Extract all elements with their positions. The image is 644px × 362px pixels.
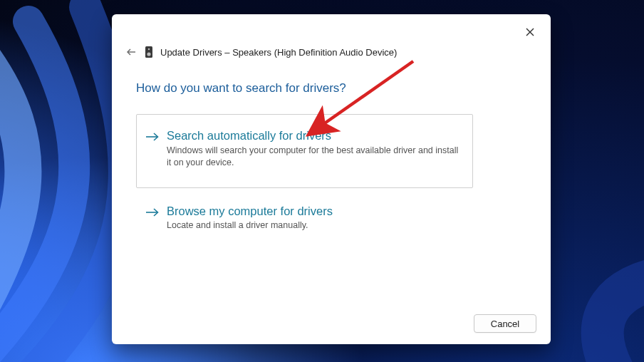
back-button[interactable]: [125, 46, 137, 58]
speaker-device-icon: [145, 46, 153, 58]
svg-point-5: [147, 52, 150, 56]
option-search-automatically[interactable]: Search automatically for drivers Windows…: [136, 114, 473, 188]
option-title: Browse my computer for drivers: [167, 205, 462, 219]
close-button[interactable]: [522, 24, 538, 40]
option-description: Locate and install a driver manually.: [167, 219, 462, 232]
options-list: Search automatically for drivers Windows…: [136, 114, 473, 248]
option-browse-computer[interactable]: Browse my computer for drivers Locate an…: [136, 194, 473, 243]
dialog-header: Update Drivers – Speakers (High Definiti…: [125, 46, 538, 58]
arrow-right-icon: [145, 207, 160, 222]
close-icon: [526, 28, 534, 36]
arrow-right-icon: [145, 132, 160, 146]
cancel-button[interactable]: Cancel: [474, 314, 536, 333]
option-description: Windows will search your computer for th…: [167, 145, 462, 169]
svg-point-4: [148, 48, 150, 50]
dialog-title: Update Drivers – Speakers (High Definiti…: [160, 47, 397, 58]
option-title: Search automatically for drivers: [167, 129, 462, 143]
question-heading: How do you want to search for drivers?: [136, 81, 346, 95]
update-drivers-dialog: Update Drivers – Speakers (High Definiti…: [112, 14, 551, 344]
dialog-footer: Cancel: [474, 314, 536, 333]
back-arrow-icon: [126, 47, 136, 57]
